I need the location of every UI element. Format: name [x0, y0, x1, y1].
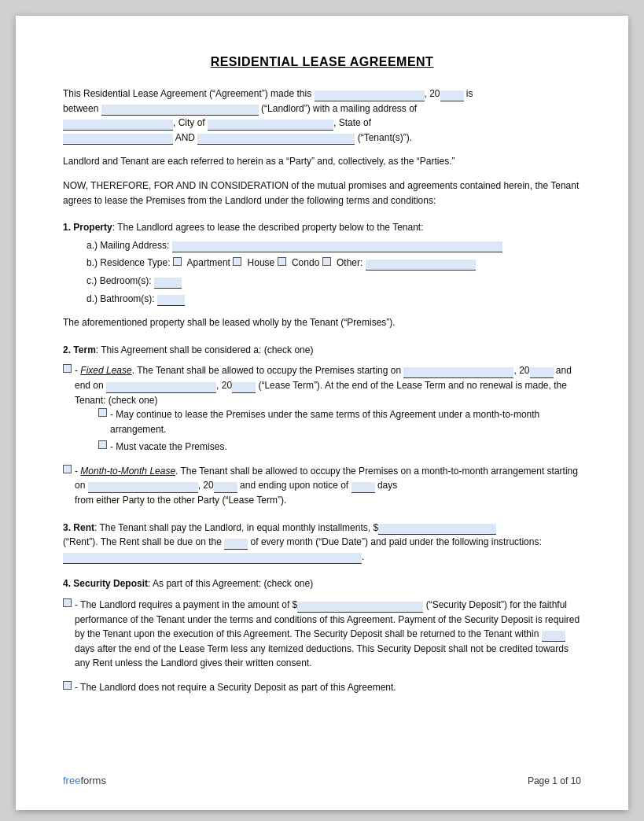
property-address-field[interactable] [172, 241, 502, 252]
security-deposit-required: - The Landlord requires a payment in the… [63, 598, 581, 671]
section2-heading: 2. Term: This Agreement shall be conside… [63, 343, 581, 358]
section3: 3. Rent: The Tenant shall pay the Landlo… [63, 521, 581, 565]
document-footer: freeforms Page 1 of 10 [63, 775, 581, 786]
fixed-start-date-field[interactable] [403, 367, 513, 378]
premises-text: The aforementioned property shall be lea… [63, 315, 581, 330]
fixed-sub1: - May continue to lease the Premises und… [98, 407, 581, 436]
notice-days-field[interactable] [351, 482, 375, 493]
intro-paragraph: This Residential Lease Agreement (“Agree… [63, 87, 581, 145]
intro-line1: This Residential Lease Agreement (“Agree… [63, 88, 311, 99]
bedrooms-field[interactable] [154, 278, 182, 289]
bathrooms-field[interactable] [157, 295, 185, 306]
date-field[interactable] [315, 90, 425, 101]
deposit-return-days-field[interactable] [542, 631, 565, 642]
year-field[interactable] [440, 90, 464, 101]
brand-logo: freeforms [63, 775, 106, 786]
month-lease-checkbox[interactable] [63, 465, 72, 473]
security-deposit-amount-field[interactable] [297, 602, 423, 613]
document-title: RESIDENTIAL LEASE AGREEMENT [63, 55, 581, 69]
security-deposit-checkbox[interactable] [63, 598, 72, 607]
continue-lease-checkbox[interactable] [98, 408, 107, 417]
vacate-checkbox[interactable] [98, 440, 107, 449]
month-start-year-field[interactable] [214, 482, 237, 493]
section1-b: b.) Residence Type: Apartment House Cond… [86, 256, 581, 271]
fixed-start-year-field[interactable] [530, 367, 554, 378]
other-field[interactable] [366, 260, 476, 271]
condo-checkbox[interactable] [278, 257, 286, 266]
section1-c: c.) Bedroom(s): [86, 274, 581, 289]
month-start-date-field[interactable] [88, 482, 198, 493]
fixed-sub2: - Must vacate the Premises. [98, 440, 581, 455]
party-line: Landlord and Tenant are each referred to… [63, 154, 581, 169]
section1-a: a.) Mailing Address: [86, 238, 581, 253]
section4-heading: 4. Security Deposit: As part of this Agr… [63, 576, 581, 591]
document-page: RESIDENTIAL LEASE AGREEMENT This Residen… [16, 16, 628, 810]
due-date-field[interactable] [224, 539, 248, 550]
no-deposit-checkbox[interactable] [63, 681, 72, 690]
rent-amount-field[interactable] [378, 524, 496, 535]
fixed-lease-checkbox[interactable] [63, 364, 72, 373]
section1-heading: 1. Property: The Landlord agrees to leas… [63, 220, 581, 235]
tenant-name-field[interactable] [197, 134, 355, 145]
other-checkbox[interactable] [322, 257, 331, 266]
payment-instructions-field[interactable] [63, 553, 362, 564]
mailing-address-field[interactable] [63, 120, 173, 131]
landlord-name-field[interactable] [101, 105, 259, 116]
state-field[interactable] [63, 134, 173, 145]
page-number: Page 1 of 10 [528, 775, 581, 786]
section1-d: d.) Bathroom(s): [86, 292, 581, 307]
apartment-checkbox[interactable] [173, 257, 182, 266]
consideration-paragraph: NOW, THEREFORE, FOR AND IN CONSIDERATION… [63, 179, 581, 208]
fixed-end-date-field[interactable] [106, 382, 216, 393]
month-lease-option: - Month-to-Month Lease. The Tenant shall… [63, 464, 581, 508]
no-security-deposit: - The Landlord does not require a Securi… [63, 680, 581, 695]
fixed-end-year-field[interactable] [232, 382, 256, 393]
house-checkbox[interactable] [233, 257, 241, 266]
city-field[interactable] [208, 120, 333, 131]
fixed-lease-option: - Fixed Lease. The Tenant shall be allow… [63, 363, 581, 458]
